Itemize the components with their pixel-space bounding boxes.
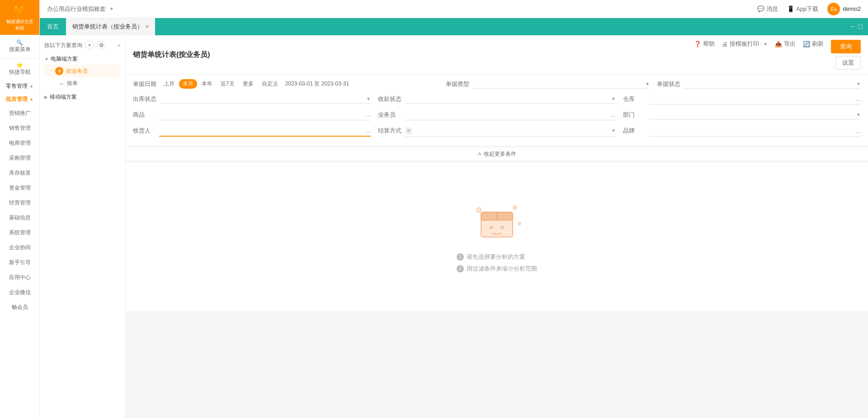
- brand-dots[interactable]: ...: [855, 127, 861, 134]
- product-control[interactable]: ...: [159, 109, 371, 120]
- purchase-label: 采购管理: [0, 154, 39, 162]
- sidebar-item-basic-info[interactable]: 基础信息: [0, 210, 39, 225]
- receive-status-control[interactable]: ▼: [405, 95, 616, 104]
- quick-nav-icon: ⭐: [0, 62, 39, 68]
- doc-type-control[interactable]: ▼: [473, 80, 650, 89]
- department-control[interactable]: ▼: [649, 110, 861, 119]
- avatar-text: Ea: [831, 6, 837, 12]
- logo: 🧡 畅捷通好生意 标版: [0, 0, 39, 35]
- member-label: 畅会员: [0, 304, 39, 311]
- print-btn[interactable]: 🖨 按模板打印: [722, 40, 761, 48]
- system-label: 系统管理: [0, 229, 39, 237]
- sidebar-item-system[interactable]: 系统管理: [0, 225, 39, 240]
- date-tab-more[interactable]: 更多: [239, 79, 257, 89]
- settings-plan-btn[interactable]: ⚙: [97, 41, 106, 50]
- tab-sales-stats[interactable]: 销货单统计表（按业务员） ×: [66, 18, 155, 35]
- filter-department: 部门 ▼: [623, 110, 861, 119]
- filter-receive-status: 收款状态 ▼: [378, 95, 616, 104]
- sidebar-item-finance[interactable]: 资金管理: [0, 180, 39, 195]
- warehouse-dots[interactable]: ...: [855, 95, 861, 102]
- sidebar-item-enterprise[interactable]: 企业协同: [0, 240, 39, 255]
- top-header: 办公用品行业模拟账套 ▼ 💬 消息 📱 App下载 Ea demo2: [40, 0, 868, 18]
- sidebar-item-operations[interactable]: 经营管理: [0, 195, 39, 210]
- filter-row-4: 收货人 ... 结算方式 × ▼ 品牌: [133, 125, 861, 137]
- date-tab-this-month[interactable]: 本月: [179, 79, 197, 89]
- salesperson-control[interactable]: ...: [404, 109, 616, 120]
- settlement-control[interactable]: × ▼: [405, 125, 616, 137]
- collapse-more-btn[interactable]: ∧ 收起更多条件: [477, 151, 516, 157]
- date-tab-last-month[interactable]: 上月: [160, 79, 178, 89]
- filter-doc-type: 单据类型 ▼: [446, 80, 650, 89]
- finance-label: 资金管理: [0, 184, 39, 192]
- mobile-group[interactable]: ▶ 移动端方案: [40, 91, 125, 103]
- tab-home[interactable]: 首页: [40, 18, 66, 35]
- sales-label: 销售管理: [0, 124, 39, 132]
- panel-collapse-btn[interactable]: «: [118, 42, 121, 48]
- retail-label: 零售管理: [6, 82, 28, 90]
- tab-maximize-icon[interactable]: □: [858, 23, 863, 31]
- export-btn[interactable]: 📤 导出: [775, 40, 796, 48]
- user-info[interactable]: Ea demo2: [827, 3, 861, 15]
- tab-bar: 首页 销货单统计表（按业务员） × − □: [40, 18, 868, 35]
- sidebar-item-app-center[interactable]: 应用中心: [0, 270, 39, 285]
- tab-label: 销货单统计表（按业务员）: [72, 23, 143, 31]
- help-btn[interactable]: ❓ 帮助: [694, 40, 715, 48]
- receiver-dots[interactable]: ...: [365, 127, 371, 134]
- svg-point-7: [518, 222, 521, 225]
- add-plan-btn[interactable]: +: [85, 41, 94, 50]
- date-tab-7days[interactable]: 近7天: [217, 79, 238, 89]
- pc-group: ▼ 电脑端方案 ⚙ 按业务员 ↔ 按单: [40, 52, 125, 91]
- doc-status-control[interactable]: ▼: [684, 80, 861, 89]
- warehouse-control[interactable]: ...: [649, 93, 861, 104]
- pc-group-title[interactable]: ▼ 电脑端方案: [44, 53, 121, 65]
- sidebar: 🧡 畅捷通好生意 标版 🔍 搜索菜单 ⭐ 快捷导航 零售管理 批发管理 ▲ 营销…: [0, 0, 40, 418]
- plan-item-order[interactable]: ↔ 按单: [44, 77, 121, 90]
- date-tab-custom[interactable]: 自定义: [258, 79, 282, 89]
- query-btn[interactable]: 查询: [831, 40, 861, 53]
- tab-close-icon[interactable]: ×: [146, 24, 149, 30]
- sidebar-item-inventory[interactable]: 库存核算: [0, 166, 39, 180]
- plan-item-salesperson[interactable]: ⚙ 按业务员: [44, 65, 121, 77]
- sidebar-item-purchase[interactable]: 采购管理: [0, 151, 39, 166]
- sidebar-item-member[interactable]: 畅会员: [0, 300, 39, 315]
- out-status-control[interactable]: ▼: [160, 95, 371, 104]
- breadcrumb-dropdown-icon[interactable]: ▼: [109, 6, 114, 11]
- page-header: 销货单统计表(按业务员) ❓ 帮助 🖨 按模板打印 ▼: [126, 35, 868, 75]
- refresh-label: 刷新: [812, 40, 824, 48]
- brand-control[interactable]: ...: [649, 125, 861, 137]
- ecommerce-label: 电商管理: [0, 139, 39, 147]
- print-dropdown-arrow[interactable]: ▼: [761, 42, 768, 47]
- settings-btn[interactable]: 设置: [835, 56, 861, 70]
- sidebar-item-retail[interactable]: 零售管理: [0, 80, 39, 93]
- product-dots[interactable]: ...: [365, 111, 371, 118]
- receive-status-label: 收款状态: [378, 95, 401, 103]
- search-menu[interactable]: 🔍 搜索菜单: [0, 35, 39, 58]
- department-label: 部门: [623, 111, 646, 119]
- wholesale-label: 批发管理: [6, 95, 28, 103]
- sidebar-item-guide[interactable]: 新手引导: [0, 255, 39, 270]
- salesperson-dots[interactable]: ...: [610, 111, 616, 118]
- sidebar-item-wechat[interactable]: 企业微信: [0, 285, 39, 300]
- panel-header: 按以下方案查询 + ⚙ «: [40, 39, 125, 52]
- sidebar-item-marketing[interactable]: 营销推广: [0, 106, 39, 121]
- filter-out-status: 出库状态 ▼: [133, 95, 371, 104]
- doc-type-label: 单据类型: [446, 80, 469, 88]
- sidebar-item-wholesale[interactable]: 批发管理 ▲: [0, 93, 39, 106]
- message-icon: 💬: [757, 5, 764, 12]
- sidebar-item-sales[interactable]: 销售管理: [0, 121, 39, 136]
- doc-type-arrow: ▼: [645, 81, 650, 86]
- message-btn[interactable]: 💬 消息: [757, 5, 778, 13]
- sidebar-item-quick-nav[interactable]: ⭐ 快捷导航: [0, 58, 39, 80]
- tab-pin-icon[interactable]: −: [850, 23, 854, 31]
- receiver-control[interactable]: ...: [159, 125, 371, 137]
- plan-item-label: 按业务员: [66, 67, 88, 75]
- date-tab-this-year[interactable]: 本年: [198, 79, 216, 89]
- plan-sub-icon: ↔: [59, 81, 64, 87]
- salesperson-label: 业务员: [378, 111, 401, 119]
- empty-state: 1 请先选择要分析的方案 2 用过滤条件来缩小分析范围: [126, 162, 868, 311]
- settlement-clear-btn[interactable]: ×: [405, 127, 412, 134]
- sidebar-item-ecommerce[interactable]: 电商管理: [0, 136, 39, 151]
- app-download-btn[interactable]: 📱 App下载: [787, 5, 818, 13]
- refresh-btn[interactable]: 🔄 刷新: [803, 40, 824, 48]
- logo-text: 畅捷通好生意 标版: [2, 19, 38, 31]
